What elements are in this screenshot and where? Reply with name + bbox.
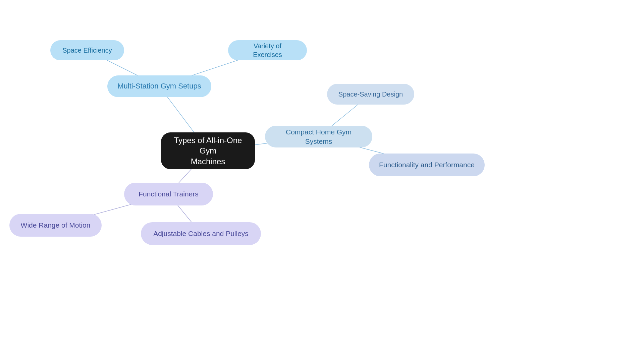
compact-home-node[interactable]: Compact Home Gym Systems bbox=[265, 126, 372, 147]
wide-range-node[interactable]: Wide Range of Motion bbox=[9, 214, 102, 237]
wide-range-label: Wide Range of Motion bbox=[21, 221, 91, 230]
space-efficiency-node[interactable]: Space Efficiency bbox=[50, 40, 124, 60]
adjustable-cables-node[interactable]: Adjustable Cables and Pulleys bbox=[141, 222, 261, 245]
variety-exercises-label: Variety of Exercises bbox=[238, 42, 297, 59]
variety-exercises-node[interactable]: Variety of Exercises bbox=[228, 40, 307, 60]
center-label: Types of All-in-One Gym Machines bbox=[171, 135, 245, 167]
space-saving-label: Space-Saving Design bbox=[338, 90, 403, 99]
space-efficiency-label: Space Efficiency bbox=[62, 46, 112, 55]
compact-home-label: Compact Home Gym Systems bbox=[275, 127, 362, 146]
multi-station-label: Multi-Station Gym Setups bbox=[117, 81, 201, 91]
multi-station-node[interactable]: Multi-Station Gym Setups bbox=[107, 75, 211, 97]
functional-trainers-node[interactable]: Functional Trainers bbox=[124, 183, 213, 205]
space-saving-node[interactable]: Space-Saving Design bbox=[327, 84, 414, 105]
functional-trainers-label: Functional Trainers bbox=[139, 189, 199, 198]
functionality-label: Functionality and Performance bbox=[379, 160, 475, 169]
center-node[interactable]: Types of All-in-One Gym Machines bbox=[161, 132, 255, 169]
adjustable-cables-label: Adjustable Cables and Pulleys bbox=[153, 229, 249, 238]
functionality-node[interactable]: Functionality and Performance bbox=[369, 154, 485, 176]
